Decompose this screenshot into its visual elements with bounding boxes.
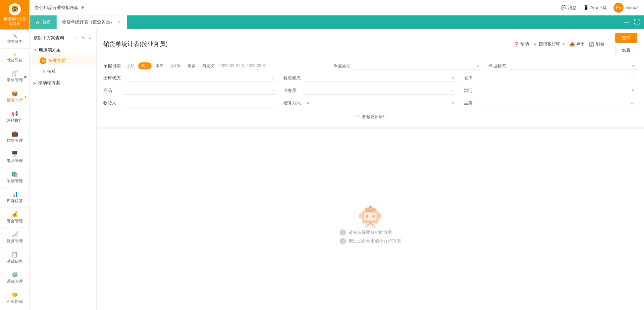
date-tab-this-month[interactable]: 本月 [138, 62, 152, 69]
svg-point-3 [366, 215, 368, 218]
svg-rect-6 [369, 206, 372, 208]
account-dropdown[interactable]: 办公用品行业模拟账套 ▼ [35, 5, 85, 11]
app-download-button[interactable]: 📱 App下载 [583, 5, 607, 11]
mobile-section-arrow-icon: ▶ [34, 81, 36, 85]
query-button[interactable]: 查询 [615, 33, 637, 43]
brand-label: 品牌 [464, 100, 481, 106]
sidebar-item-operation[interactable]: 📈 经营管理 [0, 228, 29, 248]
filter-warehouse: 仓库 ··· [464, 74, 637, 82]
filter-goods: 商品 ··· [103, 86, 277, 95]
doc-status-control[interactable]: ∨ [509, 62, 637, 70]
filter-brand: 品牌 ··· [464, 99, 637, 107]
doc-type-label: 单据类型 [333, 63, 351, 69]
sidebar-item-system[interactable]: ⚙️ 系统管理 [0, 268, 29, 288]
receipt-status-arrow-icon: ∨ [451, 75, 454, 80]
operation-icon: 📈 [11, 231, 18, 238]
maximize-button[interactable]: ⛶ [633, 17, 641, 27]
cooperation-icon: 🤝 [11, 292, 18, 298]
sidebar-item-marketing[interactable]: 📢 营销推广 [0, 107, 29, 127]
sidebar-logo: 🐯 畅捷通好生意 标筒版 [0, 0, 29, 30]
refresh-button[interactable]: 🔄 刷新 [589, 41, 604, 47]
scheme-item-by-salesman[interactable]: 员 按业务员 [30, 55, 96, 66]
tab-close-icon[interactable]: ✕ [118, 20, 121, 24]
mobile-scheme-title[interactable]: ▶ 移动端方案 [30, 78, 96, 88]
dept-label: 部门 [464, 88, 481, 94]
tip-num-2: 2 [340, 238, 346, 244]
out-status-control[interactable]: ∨ [123, 74, 277, 82]
collapse-button[interactable]: ⌃⌃ 收起更多条件 [103, 111, 637, 122]
sidebar-item-newbie[interactable]: 🌟 新手引导 [0, 308, 29, 310]
receipt-status-control[interactable]: ∨ [304, 74, 457, 82]
sidebar-item-finance[interactable]: 💰 资金管理 [0, 208, 29, 228]
minimize-button[interactable]: ─ [623, 17, 630, 27]
warehouse-control[interactable]: ··· [483, 74, 637, 82]
tip-num-1: 1 [340, 229, 346, 236]
wholesale-arrow-icon: ▼ [24, 95, 27, 99]
sidebar-item-purchase[interactable]: 🛍️ 采购管理 [0, 167, 29, 188]
setting-button[interactable]: 设置 [615, 45, 637, 55]
empty-tip-2: 2 用过滤条件来缩小分析范围 [340, 238, 401, 244]
topbar-right: 💬 消息 📱 App下载 Ea demo2 [561, 3, 639, 13]
settlement-arrow-icon: ∨ [451, 101, 454, 105]
receiver-control[interactable]: ··· [123, 99, 277, 107]
filter-row-2: 出库状态 ∨ 收款状态 ∨ 仓库 [103, 74, 637, 82]
warehouse-dots-icon: ··· [631, 75, 635, 81]
user-profile[interactable]: Ea demo2 [613, 3, 639, 13]
left-panel: 按以下方案查询 ＋ ✎ « ▼ 电脑端方案 员 按业务员 ≡ [30, 29, 97, 310]
filter-area: 单据日期 上月 本月 本年 近7天 更多 自定义 2023-03-01 至 20… [97, 58, 644, 126]
edit-scheme-button[interactable]: ✎ [81, 35, 86, 41]
doc-type-control[interactable]: ∨ [353, 62, 482, 70]
finance-icon: 💰 [11, 211, 18, 217]
message-icon: 💬 [561, 5, 566, 10]
refresh-icon: 🔄 [589, 42, 594, 47]
tabbar: 🏠 首页 销货单统计表（按业务员） ✕ ─ ⛶ [30, 15, 644, 29]
salesman-dots-icon: ··· [450, 88, 454, 93]
dept-control[interactable]: ∨ [483, 87, 637, 94]
date-tab-this-year[interactable]: 本年 [153, 62, 166, 69]
tab-home[interactable]: 🏠 首页 [30, 15, 57, 29]
date-tab-last-month[interactable]: 上月 [123, 62, 137, 69]
quick-nav-button[interactable]: ⚡ 快捷导航 [2, 51, 27, 64]
dept-arrow-icon: ∨ [632, 88, 635, 93]
retail-arrow-icon: ▶ [24, 75, 27, 79]
warehouse-label: 仓库 [464, 75, 481, 81]
sidebar-item-cooperation[interactable]: 🤝 企业协同 [0, 288, 29, 308]
sidebar-item-basic[interactable]: 📋 基础信息 [0, 248, 29, 268]
add-scheme-button[interactable]: ＋ [73, 34, 79, 42]
sidebar-item-sales[interactable]: 💼 销售管理 [0, 127, 29, 147]
export-button[interactable]: 📤 导出 [570, 41, 585, 47]
filter-row-3: 商品 ··· 业务员 ··· 部门 [103, 86, 637, 95]
sidebar-item-retail[interactable]: 🛒 零售管理 ▶ [0, 67, 29, 87]
message-button[interactable]: 💬 消息 [561, 5, 577, 11]
tab-sales-stat[interactable]: 销货单统计表（按业务员） ✕ [57, 15, 127, 29]
sidebar-item-wholesale[interactable]: 📦 批发管理 ▼ [0, 87, 29, 107]
help-button[interactable]: ❓ 帮助 [514, 41, 529, 47]
collapse-panel-button[interactable]: « [88, 35, 92, 41]
receipt-status-label: 收款状态 [283, 75, 301, 81]
goods-control[interactable]: ··· [123, 86, 277, 95]
avatar: Ea [613, 3, 624, 13]
salesman-control[interactable]: ··· [303, 86, 457, 95]
print-icon: 🖨 [533, 42, 537, 47]
scheme-sub-item-by-order[interactable]: ≡ 按单 [30, 66, 96, 76]
main-area: 办公用品行业模拟账套 ▼ 💬 消息 📱 App下载 Ea demo2 🏠 首页 [30, 0, 644, 310]
tabbar-right: ─ ⛶ [623, 15, 644, 29]
doc-status-label: 单据状态 [489, 63, 506, 69]
sidebar-item-ecommerce[interactable]: 🖥️ 电商管理 [0, 147, 29, 167]
settlement-clear-icon[interactable]: ✕ [306, 101, 310, 105]
date-tab-7days[interactable]: 近7天 [168, 62, 183, 69]
salesman-label: 业务员 [283, 88, 300, 94]
brand-control[interactable]: ··· [483, 99, 637, 107]
settlement-control[interactable]: ✕ ∨ [304, 99, 457, 107]
filter-receiver: 收货人 ··· [103, 99, 277, 107]
page-header: 销货单统计表(按业务员) ❓ 帮助 🖨 按模板打印 ▼ 📤 导出 [97, 29, 644, 58]
search-menu-button[interactable]: 🔍 搜索菜单 [2, 32, 27, 45]
print-button[interactable]: 🖨 按模板打印 ▼ [533, 41, 566, 47]
quick-nav-section: ⚡ 快捷导航 [0, 48, 29, 67]
date-tab-custom[interactable]: 自定义 [200, 62, 217, 69]
account-label: 办公用品行业模拟账套 [35, 5, 78, 11]
date-tab-more[interactable]: 更多 [185, 62, 198, 69]
desktop-scheme-title[interactable]: ▼ 电脑端方案 [30, 45, 96, 55]
filter-doc-status: 单据状态 ∨ [489, 62, 637, 70]
sidebar-item-inventory[interactable]: 📊 库存核算 [0, 188, 29, 208]
